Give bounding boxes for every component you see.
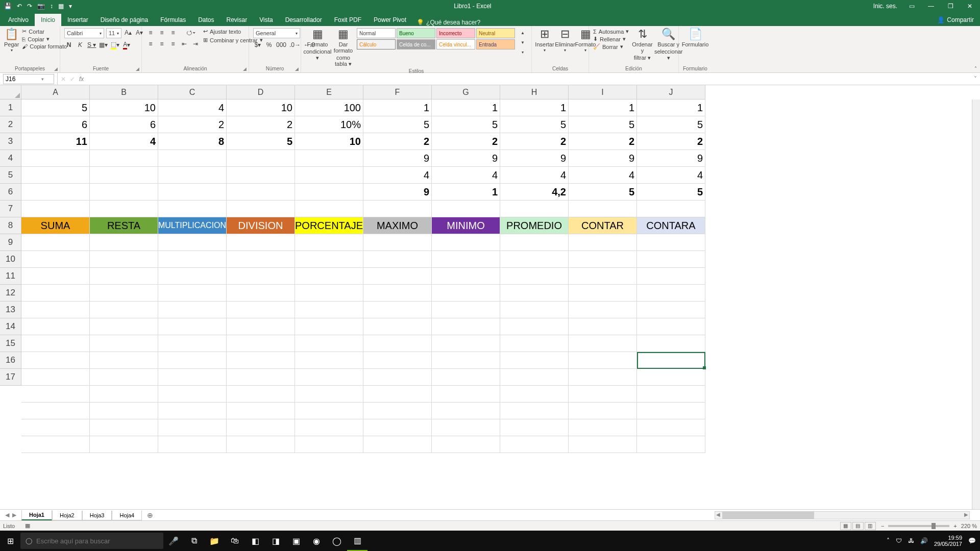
cell[interactable]: 100 — [295, 99, 363, 116]
cell[interactable] — [90, 386, 158, 403]
cell[interactable] — [227, 419, 295, 436]
vertical-scrollbar[interactable] — [972, 99, 980, 509]
borders-button[interactable]: ▦▾ — [99, 40, 108, 49]
formulario-button[interactable]: 📄Formulario — [683, 28, 707, 47]
sheet-tab-hoja3[interactable]: Hoja3 — [82, 511, 112, 520]
tab-foxit[interactable]: Foxit PDF — [328, 14, 368, 26]
cell[interactable] — [432, 436, 500, 453]
fill-color-button[interactable]: ⬚▾ — [110, 40, 120, 49]
cell[interactable] — [363, 302, 432, 318]
cell[interactable]: 6 — [21, 116, 90, 133]
rellenar-button[interactable]: ⬇ Rellenar ▾ — [593, 36, 629, 42]
pegar-button[interactable]: 📋Pegar▾ — [4, 28, 19, 53]
number-format-combo[interactable]: General▾ — [253, 28, 300, 38]
cell[interactable] — [295, 436, 363, 453]
cell[interactable] — [637, 386, 705, 403]
cell[interactable] — [227, 234, 295, 251]
cell[interactable] — [432, 403, 500, 419]
zoom-out-button[interactable]: − — [881, 523, 884, 529]
currency-icon[interactable]: $▾ — [253, 40, 262, 49]
align-left-icon[interactable]: ≡ — [146, 39, 155, 48]
formula-input[interactable] — [88, 76, 970, 83]
macro-record-icon[interactable]: ▦ — [25, 522, 30, 529]
cell[interactable] — [363, 369, 432, 386]
orientation-icon[interactable]: ⭯▾ — [186, 28, 196, 37]
cell[interactable]: 5 — [637, 184, 705, 201]
cell[interactable] — [21, 167, 90, 184]
increase-font-icon[interactable]: A▴ — [124, 28, 133, 37]
cell[interactable] — [569, 251, 637, 268]
cell[interactable] — [569, 419, 637, 436]
styles-up-icon[interactable]: ▲ — [518, 28, 527, 37]
sheet-nav-next-icon[interactable]: ▶ — [12, 512, 16, 518]
buscar-seleccionar-button[interactable]: 🔍Buscar yseleccionar ▾ — [656, 28, 681, 61]
cell[interactable] — [569, 201, 637, 217]
cell[interactable] — [637, 268, 705, 285]
cell[interactable] — [569, 268, 637, 285]
zoom-slider[interactable] — [888, 525, 949, 527]
cell[interactable] — [637, 419, 705, 436]
cell[interactable] — [500, 201, 569, 217]
cell[interactable] — [158, 386, 227, 403]
cell[interactable] — [21, 386, 90, 403]
column-header[interactable]: B — [90, 85, 158, 99]
cell[interactable] — [637, 403, 705, 419]
cell[interactable] — [500, 302, 569, 318]
cell[interactable] — [432, 285, 500, 302]
cell[interactable] — [432, 318, 500, 335]
style-celda-vinculada[interactable]: Celda vincul... — [436, 39, 475, 49]
cell[interactable]: 5 — [569, 116, 637, 133]
column-header[interactable]: G — [432, 85, 500, 99]
cell[interactable] — [21, 369, 90, 386]
cell[interactable] — [432, 419, 500, 436]
font-size-combo[interactable]: 11▾ — [106, 28, 121, 38]
row-header[interactable]: 15 — [0, 335, 21, 352]
cell[interactable] — [295, 302, 363, 318]
cell[interactable] — [363, 285, 432, 302]
cell[interactable] — [432, 335, 500, 352]
tab-revisar[interactable]: Revisar — [220, 14, 254, 26]
align-right-icon[interactable]: ≡ — [168, 39, 178, 48]
cell[interactable] — [227, 251, 295, 268]
cell[interactable] — [90, 167, 158, 184]
cell[interactable]: 1 — [432, 184, 500, 201]
share-button[interactable]: 👤 Compartir — [931, 14, 980, 26]
tab-desarrollador[interactable]: Desarrollador — [279, 14, 328, 26]
cell[interactable] — [637, 302, 705, 318]
name-box[interactable]: ▾ — [3, 74, 54, 84]
cell[interactable] — [637, 318, 705, 335]
tab-diseno-pagina[interactable]: Diseño de página — [94, 14, 154, 26]
tray-volume-icon[interactable]: 🔊 — [920, 537, 928, 544]
ribbon-options-icon[interactable]: ▭ — [906, 3, 917, 10]
cell[interactable] — [363, 335, 432, 352]
cell[interactable] — [569, 234, 637, 251]
cell[interactable] — [21, 436, 90, 453]
align-top-icon[interactable]: ≡ — [146, 28, 155, 37]
camera-icon[interactable]: 📷 — [37, 3, 45, 10]
signin-link[interactable]: Inic. ses. — [873, 3, 897, 10]
cell[interactable] — [227, 167, 295, 184]
tray-network-icon[interactable]: 🖧 — [908, 537, 914, 544]
cell[interactable] — [500, 268, 569, 285]
file-explorer-icon[interactable]: 📁 — [204, 531, 225, 551]
tab-insertar[interactable]: Insertar — [61, 14, 94, 26]
dar-formato-tabla-button[interactable]: ▦Dar formatocomo tabla ▾ — [333, 28, 354, 67]
cell[interactable]: MINIMO — [432, 217, 500, 234]
column-header[interactable]: I — [569, 85, 637, 99]
insertar-celdas-button[interactable]: ⊞Insertar▾ — [536, 28, 553, 53]
cell[interactable] — [295, 285, 363, 302]
cell[interactable] — [90, 403, 158, 419]
italic-button[interactable]: K — [76, 40, 85, 49]
font-color-button[interactable]: A▾ — [122, 40, 131, 49]
cell[interactable] — [90, 302, 158, 318]
excel-taskbar-icon[interactable]: ▥ — [347, 531, 368, 551]
cell[interactable] — [569, 285, 637, 302]
cell[interactable]: 1 — [569, 99, 637, 116]
row-header[interactable]: 12 — [0, 285, 21, 302]
add-sheet-button[interactable]: ⊕ — [142, 511, 158, 519]
column-header[interactable]: A — [21, 85, 90, 99]
cell[interactable] — [90, 184, 158, 201]
row-header[interactable]: 5 — [0, 167, 21, 184]
chrome-icon[interactable]: ◯ — [327, 531, 347, 551]
align-middle-icon[interactable]: ≡ — [157, 28, 166, 37]
